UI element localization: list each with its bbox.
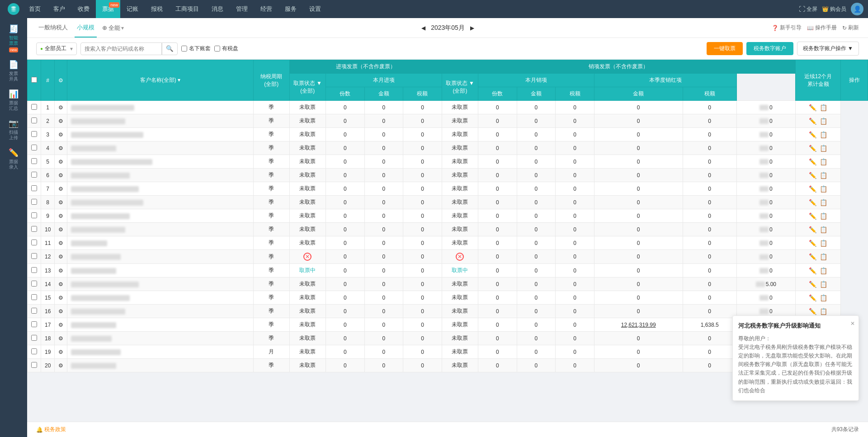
- edit-icon[interactable]: ✏️: [809, 294, 816, 301]
- digital-account-btn[interactable]: 税务数字账户: [746, 42, 793, 55]
- manual-btn[interactable]: 📖 操作手册: [807, 24, 837, 32]
- one-key-fetch-btn[interactable]: 一键取票: [707, 42, 743, 55]
- edit-icon[interactable]: ✏️: [809, 267, 816, 274]
- row-checkbox[interactable]: [31, 348, 37, 354]
- edit-icon[interactable]: ✏️: [809, 158, 816, 165]
- copy-icon[interactable]: 📋: [820, 131, 827, 138]
- copy-icon[interactable]: 📋: [820, 172, 827, 179]
- nav-home[interactable]: 首页: [23, 0, 47, 18]
- nav-service[interactable]: 服务: [278, 0, 303, 18]
- edit-icon[interactable]: ✏️: [809, 199, 816, 206]
- edit-icon[interactable]: ✏️: [809, 104, 816, 111]
- has-tax-checkbox[interactable]: 有税盘: [214, 45, 238, 52]
- copy-icon[interactable]: 📋: [820, 158, 827, 165]
- copy-icon[interactable]: 📋: [820, 117, 827, 125]
- nav-tax[interactable]: 报税: [145, 0, 169, 18]
- row-checkbox[interactable]: [31, 185, 37, 191]
- edit-icon[interactable]: ✏️: [809, 145, 816, 152]
- sidebar-item-invoice-open[interactable]: 📄 发票开具: [0, 56, 27, 85]
- next-month-btn[interactable]: ▶: [470, 25, 474, 31]
- edit-icon[interactable]: ✏️: [809, 172, 816, 179]
- row-checkbox[interactable]: [31, 281, 37, 287]
- row-checkbox[interactable]: [31, 104, 37, 110]
- th-customer[interactable]: 客户名称(全部) ▾: [67, 60, 253, 101]
- nav-fee[interactable]: 收费: [71, 0, 96, 18]
- user-avatar[interactable]: 👤: [851, 3, 863, 15]
- nav-manage[interactable]: 管理: [230, 0, 254, 18]
- copy-icon[interactable]: 📋: [820, 240, 827, 247]
- edit-icon[interactable]: ✏️: [809, 226, 816, 233]
- nav-accounting[interactable]: 记账: [120, 0, 145, 18]
- row-checkbox[interactable]: [31, 321, 37, 327]
- tab-small-scale[interactable]: 小规模: [75, 19, 97, 38]
- edit-icon[interactable]: ✏️: [809, 131, 816, 138]
- row-checkbox[interactable]: [31, 253, 37, 259]
- refresh-btn[interactable]: ↻ 刷新: [842, 24, 859, 32]
- sidebar-item-invoice-entry[interactable]: ✏️ 票据录入: [0, 144, 27, 174]
- row-period-cell: 季: [253, 236, 289, 250]
- tab-all[interactable]: ⊕ 全能 ▾: [102, 24, 124, 32]
- staff-select[interactable]: ● 全部员工 ▾: [36, 42, 77, 55]
- edit-icon[interactable]: ✏️: [809, 281, 816, 288]
- nav-operation[interactable]: 经营: [254, 0, 278, 18]
- row-checkbox[interactable]: [31, 362, 37, 368]
- row-checkbox[interactable]: [31, 212, 37, 218]
- copy-icon[interactable]: 📋: [820, 281, 827, 288]
- search-button[interactable]: 🔍: [162, 42, 178, 55]
- error-icon[interactable]: ✕: [456, 253, 464, 261]
- nav-business[interactable]: 工商项目: [169, 0, 205, 18]
- sidebar-item-smart-invoice[interactable]: 🧾 智能票票 new: [0, 20, 27, 56]
- edit-icon[interactable]: ✏️: [809, 308, 816, 315]
- tab-general-taxpayer[interactable]: 一般纳税人: [36, 19, 70, 38]
- row-12month-cell: 0: [736, 141, 795, 155]
- error-icon[interactable]: ✕: [303, 253, 311, 261]
- copy-icon[interactable]: 📋: [820, 145, 827, 152]
- row-checkbox[interactable]: [31, 240, 37, 245]
- copy-icon[interactable]: 📋: [820, 185, 827, 193]
- search-input[interactable]: [80, 42, 162, 55]
- row-checkbox[interactable]: [31, 172, 37, 178]
- fullscreen-btn[interactable]: ⛶ 全屏: [799, 5, 817, 13]
- edit-icon[interactable]: ✏️: [809, 253, 816, 260]
- nav-message[interactable]: 消息: [205, 0, 230, 18]
- row-checkbox[interactable]: [31, 226, 37, 232]
- edit-icon[interactable]: ✏️: [809, 240, 816, 247]
- copy-icon[interactable]: 📋: [820, 267, 827, 274]
- nav-settings[interactable]: 设置: [303, 0, 327, 18]
- copy-icon[interactable]: 📋: [820, 253, 827, 260]
- copy-icon[interactable]: 📋: [820, 104, 827, 111]
- notification-close-btn[interactable]: ✕: [850, 320, 855, 328]
- copy-icon[interactable]: 📋: [820, 294, 827, 301]
- digital-action-btn[interactable]: 税务数字账户操作 ▼: [797, 42, 859, 56]
- edit-icon[interactable]: ✏️: [809, 185, 816, 193]
- prev-month-btn[interactable]: ◀: [421, 25, 425, 31]
- row-action-cell: ✏️ 📋: [796, 209, 841, 223]
- select-all-checkbox[interactable]: [31, 77, 37, 83]
- copy-icon[interactable]: 📋: [820, 308, 827, 315]
- name-account-checkbox[interactable]: 名下账套: [181, 45, 211, 52]
- edit-icon[interactable]: ✏️: [809, 117, 816, 125]
- row-checkbox[interactable]: [31, 131, 37, 137]
- sidebar-item-invoice-summary[interactable]: 📊 票据汇总: [0, 85, 27, 115]
- row-checkbox[interactable]: [31, 117, 37, 123]
- row-checkbox[interactable]: [31, 267, 37, 273]
- edit-icon[interactable]: ✏️: [809, 212, 816, 220]
- tax-policy-link[interactable]: 🔔 税务政策: [36, 426, 66, 433]
- sidebar-item-scan-upload[interactable]: 📷 扫描上传: [0, 115, 27, 144]
- row-checkbox[interactable]: [31, 145, 37, 150]
- copy-icon[interactable]: 📋: [820, 199, 827, 206]
- nav-invoice[interactable]: 票据 new: [96, 0, 120, 18]
- row-checkbox[interactable]: [31, 199, 37, 205]
- member-btn[interactable]: 👑 购会员: [822, 5, 846, 13]
- th-tax-period[interactable]: 纳税周期(全部): [253, 60, 289, 101]
- copy-icon[interactable]: 📋: [820, 212, 827, 220]
- row-checkbox[interactable]: [31, 294, 37, 300]
- row-checkbox[interactable]: [31, 158, 37, 164]
- nav-customer[interactable]: 客户: [47, 0, 71, 18]
- row-checkbox[interactable]: [31, 335, 37, 341]
- row-checkbox[interactable]: [31, 308, 37, 314]
- copy-icon[interactable]: 📋: [820, 226, 827, 233]
- guide-btn[interactable]: ❓ 新手引导: [772, 24, 802, 32]
- th-in-status[interactable]: 取票状态 ▼(全部): [289, 74, 326, 101]
- th-out-status[interactable]: 取票状态 ▼(全部): [442, 74, 478, 101]
